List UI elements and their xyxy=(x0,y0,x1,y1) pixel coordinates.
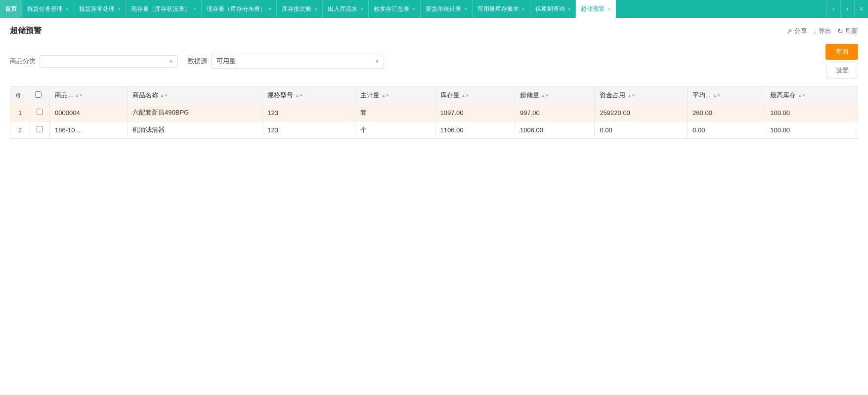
row-unit: 个 xyxy=(355,121,435,139)
gear-icon[interactable]: ⚙ xyxy=(15,92,21,99)
th-product-code: 商品... ▲▼ xyxy=(50,87,128,104)
th-gear: ⚙ xyxy=(10,87,30,104)
th-max-stock: 最高库存 ▲▼ xyxy=(765,87,858,104)
row-product-name: 六配套新昌490BPG xyxy=(128,104,262,121)
query-button[interactable]: 查询 xyxy=(825,44,858,60)
close-summary-icon[interactable]: × xyxy=(412,6,415,12)
refresh-icon: ↻ xyxy=(837,27,843,35)
nav-order-stat[interactable]: 要货单统计表 × xyxy=(421,0,473,18)
category-select[interactable]: ▾ xyxy=(40,55,178,68)
th-spec: 规格型号 ▲▼ xyxy=(262,87,355,104)
page-content: 超储预警 ↗ 分享 ↓ 导出 ↻ 刷新 商品分类 xyxy=(0,18,868,395)
table-header-row: ⚙ 商品... ▲▼ 商品名称 ▲▼ xyxy=(10,87,858,104)
nav-pick-task[interactable]: 拣货任务管理 × xyxy=(22,0,74,18)
th-stock: 库存量 ▲▼ xyxy=(435,87,515,104)
category-filter-group: 商品分类 ▾ xyxy=(10,55,178,68)
row-checkbox-cell xyxy=(30,121,50,139)
datasource-chevron-icon: ▾ xyxy=(376,58,379,65)
nav-expiry-query[interactable]: 保质期查询 × xyxy=(530,0,576,18)
row-checkbox[interactable] xyxy=(37,126,43,132)
datasource-filter-group: 数据源 可用量 ▾ xyxy=(188,54,384,69)
nav-available-book[interactable]: 可用量库存账本 × xyxy=(473,0,530,18)
share-icon: ↗ xyxy=(786,27,792,35)
row-avg: 0.00 xyxy=(688,121,765,139)
th-capital: 资金占用 ▲▼ xyxy=(595,87,688,104)
th-unit: 主计量 ▲▼ xyxy=(355,87,435,104)
nav-summary[interactable]: 收发存汇总表 × xyxy=(369,0,421,18)
select-all-checkbox[interactable] xyxy=(35,91,42,98)
th-stock-label: 库存量 xyxy=(440,91,460,100)
share-button[interactable]: ↗ 分享 xyxy=(786,27,807,36)
nav-arrows: ‹ › × xyxy=(826,0,868,18)
filter-and-buttons: 商品分类 ▾ 数据源 可用量 ▾ 查询 设置 xyxy=(10,44,858,79)
refresh-button[interactable]: ↻ 刷新 xyxy=(837,27,858,36)
nav-pick-exception[interactable]: 拣货异常处理 × xyxy=(74,0,126,18)
th-max-stock-label: 最高库存 xyxy=(770,91,796,100)
th-overstock-label: 超储量 xyxy=(520,91,539,100)
sort-unit-icon[interactable]: ▲▼ xyxy=(382,93,390,98)
th-capital-label: 资金占用 xyxy=(600,91,625,100)
close-order-stat-icon[interactable]: × xyxy=(464,6,467,12)
row-max-stock: 100.00 xyxy=(765,121,858,139)
row-checkbox[interactable] xyxy=(37,109,43,115)
page-header: 超储预警 ↗ 分享 ↓ 导出 ↻ 刷新 xyxy=(10,26,858,36)
sort-product-code-icon[interactable]: ▲▼ xyxy=(75,93,83,98)
sort-capital-icon[interactable]: ▲▼ xyxy=(627,93,635,98)
right-buttons: 查询 设置 xyxy=(825,44,858,79)
sort-product-name-icon[interactable]: ▲▼ xyxy=(160,93,168,98)
filter-fields: 商品分类 ▾ 数据源 可用量 ▾ xyxy=(10,54,816,69)
nav-stock-status[interactable]: 现存量（库存状况表） × xyxy=(126,0,202,18)
nav-arrow-right[interactable]: › xyxy=(840,0,854,18)
nav-arrow-close[interactable]: × xyxy=(854,0,868,18)
settings-button[interactable]: 设置 xyxy=(826,63,858,79)
row-capital: 0.00 xyxy=(595,121,688,139)
row-num: 2 xyxy=(10,121,30,139)
close-pick-task-icon[interactable]: × xyxy=(66,6,69,12)
sort-overstock-icon[interactable]: ▲▼ xyxy=(541,93,549,98)
top-nav: 首页 拣货任务管理 × 拣货异常处理 × 现存量（库存状况表） × 现存量（库存… xyxy=(0,0,868,18)
nav-arrow-left[interactable]: ‹ xyxy=(826,0,840,18)
close-inout-flow-icon[interactable]: × xyxy=(360,6,363,12)
category-chevron-icon: ▾ xyxy=(170,58,173,65)
th-checkbox xyxy=(30,87,50,104)
row-unit: 套 xyxy=(355,104,435,121)
nav-home[interactable]: 首页 xyxy=(0,0,22,18)
nav-overstock-warning[interactable]: 超储预警 × xyxy=(576,0,616,18)
sort-max-stock-icon[interactable]: ▲▼ xyxy=(798,93,806,98)
datasource-value: 可用量 xyxy=(217,57,236,66)
row-spec: 123 xyxy=(262,104,355,121)
row-stock: 1106.00 xyxy=(435,121,515,139)
close-stock-dist-icon[interactable]: × xyxy=(269,6,272,12)
row-product-name: 机油滤清器 xyxy=(128,121,262,139)
close-expiry-query-icon[interactable]: × xyxy=(568,6,571,12)
row-checkbox-cell xyxy=(30,104,50,121)
nav-stock-dist[interactable]: 现存量（库存分布表） × xyxy=(202,0,277,18)
sort-stock-icon[interactable]: ▲▼ xyxy=(462,93,470,98)
th-product-name-label: 商品名称 xyxy=(132,91,158,100)
nav-inout-flow[interactable]: 出入库流水 × xyxy=(323,0,369,18)
row-product-code: 186-10... xyxy=(50,121,128,139)
datasource-select[interactable]: 可用量 ▾ xyxy=(211,54,384,69)
close-pick-exception-icon[interactable]: × xyxy=(118,6,121,12)
close-batch-account-icon[interactable]: × xyxy=(314,6,317,12)
export-button[interactable]: ↓ 导出 xyxy=(813,27,831,36)
th-unit-label: 主计量 xyxy=(360,91,380,100)
row-capital: 259220.00 xyxy=(595,104,688,121)
row-avg: 260.00 xyxy=(688,104,765,121)
sort-spec-icon[interactable]: ▲▼ xyxy=(295,93,303,98)
close-stock-status-icon[interactable]: × xyxy=(193,6,196,12)
row-spec: 123 xyxy=(262,121,355,139)
sort-avg-icon[interactable]: ▲▼ xyxy=(713,93,721,98)
data-table: ⚙ 商品... ▲▼ 商品名称 ▲▼ xyxy=(10,86,858,139)
close-overstock-warning-icon[interactable]: × xyxy=(608,6,610,12)
row-max-stock: 100.00 xyxy=(765,104,858,121)
page-title: 超储预警 xyxy=(10,26,42,36)
close-available-book-icon[interactable]: × xyxy=(522,6,525,12)
th-product-code-label: 商品... xyxy=(55,91,73,100)
th-avg: 平均... ▲▼ xyxy=(688,87,765,104)
th-spec-label: 规格型号 xyxy=(267,91,293,100)
row-overstock: 1006.00 xyxy=(515,121,594,139)
table-row: 2 186-10... 机油滤清器 123 个 1106.00 1006.00 … xyxy=(10,121,858,139)
th-overstock: 超储量 ▲▼ xyxy=(515,87,594,104)
nav-batch-account[interactable]: 库存批次账 × xyxy=(277,0,323,18)
